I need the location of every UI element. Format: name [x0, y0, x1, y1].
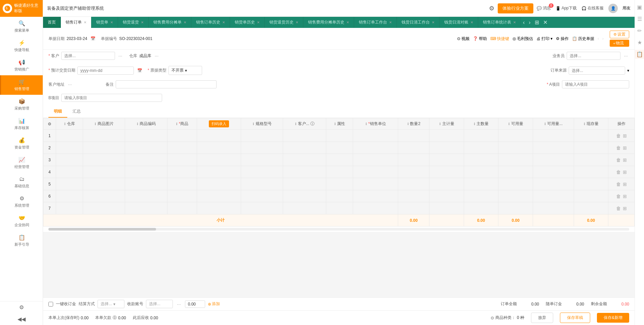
one-click-checkbox[interactable] — [48, 302, 53, 307]
sidebar-item-base[interactable]: 🗂 基础信息 — [0, 173, 43, 192]
tab-summary[interactable]: 汇总 — [67, 106, 86, 118]
tab-close-daily-reconcile[interactable]: ✕ — [470, 21, 473, 24]
tab-prev-btn[interactable]: ‹ — [521, 19, 527, 26]
b-project-input[interactable] — [61, 94, 162, 102]
payment-amount-input[interactable] — [185, 300, 205, 308]
tab-order-workbench[interactable]: 销售订单工作台 ✕ — [354, 17, 397, 28]
invoice-type-select[interactable]: 不开票 ▾ — [168, 66, 202, 75]
tab-home[interactable]: 首页 — [43, 17, 61, 28]
history-btn[interactable]: 📋 历史单据 — [572, 36, 594, 42]
right-panel-icon-5[interactable]: 📋 — [635, 50, 644, 59]
shortcut-btn[interactable]: ⌨ 快捷键 — [490, 36, 509, 42]
tab-expand-btn[interactable]: ⊞ — [533, 19, 541, 26]
tab-close-daily-workbench[interactable]: ✕ — [432, 21, 434, 24]
operate-btn[interactable]: ⚙ 操作 — [556, 36, 569, 42]
a-project-input[interactable] — [562, 80, 629, 88]
row6-copy-icon[interactable]: ⊞ — [623, 194, 627, 199]
right-panel-icon-1[interactable]: ▣ — [636, 3, 643, 12]
tab-invoice-history[interactable]: 销货单历史 ✕ — [230, 17, 265, 28]
save-new-btn[interactable]: 保存&新增 — [597, 313, 629, 323]
help-btn[interactable]: ❓ 帮助 — [473, 36, 487, 42]
online-service-btn[interactable]: 🎧 在线客服 — [581, 5, 604, 11]
tab-close-expense[interactable]: ✕ — [184, 21, 186, 24]
tab-invoice[interactable]: 销货单 ✕ — [91, 17, 118, 28]
row4-delete-icon[interactable]: 🗑 — [616, 169, 621, 175]
salesperson-more-btn[interactable]: ··· — [622, 53, 629, 58]
sidebar-item-marketing[interactable]: 📢 营销推广 — [0, 56, 43, 75]
abandon-btn[interactable]: 放弃 — [531, 313, 553, 323]
sidebar-item-enterprise[interactable]: 🤝 企业协同 — [0, 211, 43, 231]
row7-copy-icon[interactable]: ⊞ — [623, 206, 627, 211]
tab-order-history[interactable]: 销售订单历史 ✕ — [191, 17, 230, 28]
tab-close-all-btn[interactable]: ✕ — [541, 19, 550, 26]
account-more-btn[interactable]: ··· — [176, 301, 182, 307]
row1-delete-icon[interactable]: 🗑 — [616, 133, 621, 138]
settings-toolbar-btn[interactable]: ⚙ 设置 — [610, 31, 629, 38]
sidebar-collapse-btn[interactable]: ◀◀ — [0, 313, 43, 325]
delivery-calendar-icon[interactable]: 📅 — [137, 68, 142, 73]
tab-close-invoice[interactable]: ✕ — [110, 21, 113, 24]
sidebar-item-inventory[interactable]: 📊 库存核算 — [0, 114, 43, 134]
col-scan[interactable]: 扫码录入 — [197, 118, 241, 130]
payment-method-select[interactable]: 选择... ▾ — [98, 300, 124, 308]
notification-btn[interactable]: 💬 8 消息 — [537, 5, 551, 11]
add-logistics-btn[interactable]: + 物流 — [610, 40, 629, 47]
sidebar-item-finance[interactable]: 💰 资金管理 — [0, 134, 43, 153]
warehouse-more-btn[interactable]: ··· — [153, 53, 160, 58]
sidebar-item-purchase[interactable]: 📦 采购管理 — [0, 95, 43, 114]
sidebar-item-operations[interactable]: 📈 经营管理 — [0, 153, 43, 173]
tab-close-return[interactable]: ✕ — [141, 21, 144, 24]
customer-input[interactable] — [61, 52, 115, 60]
tab-close-order-stats[interactable]: ✕ — [513, 21, 516, 24]
scan-btn[interactable]: 扫码录入 — [209, 120, 229, 127]
tab-order-stats[interactable]: 销售订单统计表 ✕ — [478, 17, 521, 28]
customer-more-btn[interactable]: ··· — [117, 53, 124, 58]
sidebar-item-search[interactable]: 🔍 搜索菜单 — [0, 17, 43, 36]
profit-btn[interactable]: ◎ 毛利预估 — [513, 36, 533, 42]
tab-daily-reconcile[interactable]: 钱货日清对账 ✕ — [440, 17, 478, 28]
row5-copy-icon[interactable]: ⊞ — [623, 181, 627, 187]
view-btn[interactable]: ⊙ 视频 — [457, 36, 469, 42]
col-settings[interactable]: ⚙ — [43, 118, 56, 130]
scroll-thumb[interactable] — [48, 228, 156, 231]
sidebar-item-sales[interactable]: 🛒 销售管理 — [0, 75, 43, 95]
tab-expense[interactable]: 销售费用分摊单 ✕ — [149, 17, 191, 28]
row4-copy-icon[interactable]: ⊞ — [623, 169, 627, 175]
row2-delete-icon[interactable]: 🗑 — [616, 145, 621, 151]
right-panel-icon-2[interactable]: ☰ — [636, 14, 643, 24]
row2-copy-icon[interactable]: ⊞ — [623, 145, 627, 151]
save-draft-btn[interactable]: 保存草稿 — [560, 313, 590, 323]
right-panel-icon-3[interactable]: ✏ — [636, 26, 643, 35]
print-btn[interactable]: 🖨 打印 ▾ — [536, 36, 553, 42]
row5-delete-icon[interactable]: 🗑 — [616, 181, 621, 187]
account-select[interactable]: 选择... — [146, 300, 173, 308]
address-more-btn[interactable]: ··· — [67, 82, 73, 87]
tab-close-order-workbench[interactable]: ✕ — [389, 21, 392, 24]
order-source-input[interactable] — [569, 67, 625, 75]
salesperson-input[interactable] — [567, 52, 620, 60]
tab-expense-history[interactable]: 销售费用分摊单历史 ✕ — [303, 17, 354, 28]
tab-next-btn[interactable]: › — [527, 19, 532, 26]
add-payment-btn[interactable]: ⊕ 添加 — [208, 301, 220, 307]
delivery-date-input[interactable] — [77, 67, 134, 75]
sidebar-item-newbie[interactable]: 📋 新手引导 — [0, 231, 43, 250]
row1-copy-icon[interactable]: ⊞ — [623, 133, 627, 138]
right-panel-icon-4[interactable]: ★ — [636, 38, 643, 47]
solution-btn[interactable]: 体验行业方案 — [498, 3, 533, 13]
tab-return[interactable]: 销货退货 ✕ — [118, 17, 149, 28]
tab-sales-order[interactable]: 销售订单 ✕ — [61, 17, 91, 28]
sidebar-item-quick[interactable]: ⚡ 快捷导航 — [0, 36, 43, 56]
row3-copy-icon[interactable]: ⊞ — [623, 157, 627, 163]
tab-close-invoice-history[interactable]: ✕ — [257, 21, 260, 24]
sidebar-settings-btn[interactable]: ⚙ — [0, 301, 43, 313]
app-download-btn[interactable]: 📱 App下载 — [556, 5, 577, 11]
tab-close-order-history[interactable]: ✕ — [222, 21, 225, 24]
row6-delete-icon[interactable]: 🗑 — [616, 194, 621, 199]
calendar-icon[interactable]: 📅 — [90, 36, 96, 41]
tab-close-return-history[interactable]: ✕ — [296, 21, 298, 24]
tab-daily-workbench[interactable]: 钱货日清工作台 ✕ — [397, 17, 440, 28]
row3-delete-icon[interactable]: 🗑 — [616, 157, 621, 163]
topbar-gear-icon[interactable]: ⚙ — [489, 5, 494, 12]
row7-delete-icon[interactable]: 🗑 — [616, 206, 621, 211]
tab-close-expense-history[interactable]: ✕ — [346, 21, 349, 24]
